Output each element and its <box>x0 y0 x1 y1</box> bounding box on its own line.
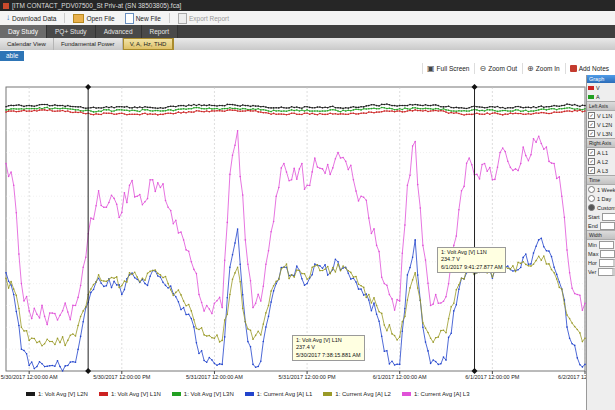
series-point <box>306 185 308 187</box>
series-point <box>571 322 573 324</box>
series-point <box>260 334 262 336</box>
series-point <box>100 107 102 109</box>
panel-title-graph[interactable]: Graph <box>587 75 615 83</box>
open-file-button[interactable]: Open File <box>69 12 118 24</box>
new-file-button[interactable]: New File <box>121 12 165 24</box>
panel-swatch-a[interactable]: A <box>587 92 615 101</box>
panel-check-a-l1[interactable]: ✓A L1 <box>587 148 615 157</box>
panel-field-end[interactable]: End <box>587 221 615 230</box>
text-input[interactable] <box>599 241 614 249</box>
series-point <box>39 317 41 319</box>
series-point <box>435 108 437 110</box>
plot-area[interactable] <box>6 87 585 371</box>
panel-spinner-hor[interactable]: Hor <box>587 258 615 267</box>
series-point <box>371 111 373 113</box>
series-point <box>430 363 432 365</box>
series-point <box>167 283 169 285</box>
chart-tooltip[interactable]: 1: Volt Avg [V] L1N 237.4 V 5/30/2017 7:… <box>292 335 365 361</box>
series-point <box>389 324 391 326</box>
panel-check-a-l2[interactable]: ✓A L2 <box>587 157 615 166</box>
x-axis-label: 6/1/2017 12:00:00 AM <box>365 374 435 380</box>
text-input[interactable] <box>602 213 615 221</box>
radio-button[interactable] <box>588 195 595 202</box>
panel-spinner-ver[interactable]: Ver <box>587 267 615 276</box>
series-point <box>484 107 486 109</box>
panel-radio-1-week[interactable]: 1 Week <box>587 185 615 194</box>
legend-label: 1: Current Avg [A] L1 <box>257 391 313 397</box>
add-notes-button[interactable]: Add Notes <box>565 63 613 74</box>
subtab-fundamental-power[interactable]: Fundamental Power <box>54 38 123 50</box>
series-point <box>185 112 187 114</box>
series-point <box>118 217 120 219</box>
panel-header-width[interactable]: Width <box>587 230 615 240</box>
panel-header-right-axis[interactable]: Right Axis <box>587 138 615 148</box>
checkbox[interactable]: ✓ <box>588 149 595 156</box>
tab-pq-study[interactable]: PQ+ Study <box>47 25 96 38</box>
panel-swatch-v[interactable]: V <box>587 83 615 92</box>
series-point <box>417 184 419 186</box>
panel-check-a-l3[interactable]: ✓A L3 <box>587 166 615 175</box>
panel-radio-1-day[interactable]: 1 Day <box>587 194 615 203</box>
series-point <box>453 107 455 109</box>
timeseries-chart[interactable] <box>0 75 588 375</box>
text-input[interactable] <box>600 222 615 230</box>
chart-tooltip[interactable]: 1: Volt Avg [V] L1N 234.7 V 6/1/2017 9:4… <box>437 247 506 273</box>
panel-field-start[interactable]: Start <box>587 212 615 221</box>
checkbox[interactable]: ✓ <box>588 158 595 165</box>
legend-item[interactable]: 1: Volt Avg [V] L3N <box>172 391 234 397</box>
series-point <box>286 263 288 265</box>
spinner-input[interactable] <box>599 259 615 267</box>
table-view-button[interactable]: able <box>0 51 24 61</box>
series-point <box>263 323 265 325</box>
series-point <box>522 114 524 116</box>
tab-day-study[interactable]: Day Study <box>0 25 47 38</box>
series-point <box>152 179 154 181</box>
spinner-input[interactable] <box>598 268 615 276</box>
series-point <box>466 162 468 164</box>
series-point <box>471 109 473 111</box>
export-report-button[interactable]: Export Report <box>174 12 233 24</box>
series-point <box>577 105 579 107</box>
zoom-out-button[interactable]: ⊖ Zoom Out <box>474 63 521 74</box>
checkbox[interactable]: ✓ <box>588 167 595 174</box>
series-point <box>458 107 460 109</box>
panel-radio-custom[interactable]: Custom <box>587 203 615 212</box>
zoom-in-button[interactable]: ⊕ Zoom In <box>522 63 564 74</box>
subtab-v-a-hz-thd[interactable]: V, A, Hz, THD <box>123 38 175 50</box>
series-point <box>165 200 167 202</box>
panel-check-v-l1n[interactable]: ✓V L1N <box>587 111 615 120</box>
series-point <box>191 105 193 107</box>
legend-item[interactable]: 1: Volt Avg [V] L1N <box>99 391 161 397</box>
series-point <box>481 110 483 112</box>
radio-button[interactable] <box>588 204 595 211</box>
panel-field-min[interactable]: Min <box>587 240 615 249</box>
series-point <box>577 329 579 331</box>
series-point <box>196 107 198 109</box>
legend-item[interactable]: 1: Current Avg [A] L1 <box>245 391 313 397</box>
radio-button[interactable] <box>588 186 595 193</box>
series-point <box>358 113 360 115</box>
series-point <box>64 111 66 113</box>
subtab-calendar-view[interactable]: Calendar View <box>0 38 54 50</box>
checkbox[interactable]: ✓ <box>588 121 595 128</box>
download-data-button[interactable]: ↓ Download Data <box>2 12 60 24</box>
text-input[interactable] <box>600 250 615 258</box>
panel-field-max[interactable]: Max <box>587 249 615 258</box>
tab-report[interactable]: Report <box>142 25 179 38</box>
panel-header-time[interactable]: Time <box>587 175 615 185</box>
legend-item[interactable]: 1: Current Avg [A] L2 <box>323 391 391 397</box>
series-point <box>335 109 337 111</box>
tab-advanced[interactable]: Advanced <box>96 25 142 38</box>
legend-item[interactable]: 1: Volt Avg [V] L2N <box>26 391 88 397</box>
panel-check-v-l3n[interactable]: ✓V L3N <box>587 129 615 138</box>
panel-header-left-axis[interactable]: Left Axis <box>587 101 615 111</box>
series-point <box>178 111 180 113</box>
series-point <box>528 265 530 267</box>
full-screen-button[interactable]: ▣ Full Screen <box>422 63 473 74</box>
series-point <box>553 108 555 110</box>
checkbox[interactable]: ✓ <box>588 112 595 119</box>
series-point <box>165 107 167 109</box>
legend-item[interactable]: 1: Current Avg [A] L3 <box>402 391 470 397</box>
panel-check-v-l2n[interactable]: ✓V L2N <box>587 120 615 129</box>
checkbox[interactable]: ✓ <box>588 130 595 137</box>
